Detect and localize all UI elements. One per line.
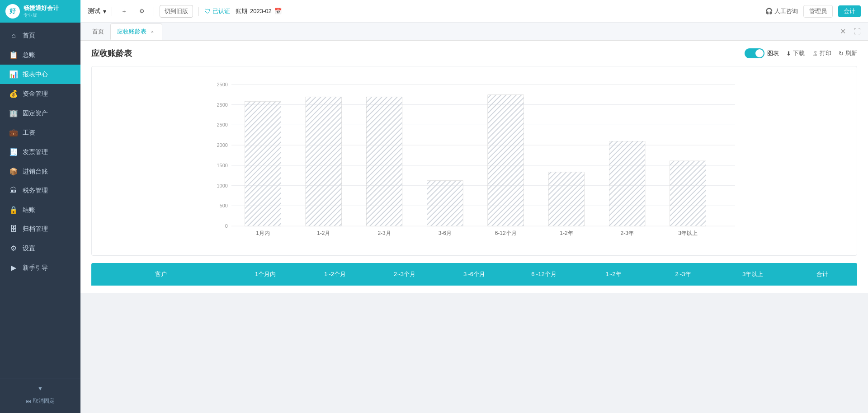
sidebar-item-label: 结账 [23, 206, 35, 214]
sidebar-item-home[interactable]: ⌂首页 [0, 26, 80, 45]
reports-icon: 📊 [9, 70, 18, 79]
print-icon: 🖨 [812, 50, 818, 57]
period-label: 账期 [236, 7, 247, 15]
table-header-cell: 客户 [91, 263, 231, 286]
headset-icon: 🎧 [765, 8, 773, 14]
sidebar-item-closing[interactable]: 🔒结账 [0, 200, 80, 220]
consult-button[interactable]: 🎧 人工咨询 [765, 7, 798, 15]
settings-icon[interactable]: ⚙ [136, 5, 148, 18]
sidebar-item-label: 设置 [23, 244, 35, 253]
sidebar-item-label: 工资 [23, 129, 35, 137]
svg-text:1月内: 1月内 [256, 230, 270, 236]
chevron-down-icon: ▾ [103, 8, 106, 15]
toggle-knob [755, 49, 764, 57]
chevron-down-icon: ▼ [38, 385, 43, 392]
tab-home[interactable]: 首页 [86, 24, 110, 39]
closing-icon: 🔒 [9, 206, 18, 214]
sidebar-nav: ⌂首页📋总账📊报表中心💰资金管理🏢固定资产💼工资🧾发票管理📦进销台账🏛税务管理🔒… [0, 23, 80, 379]
svg-text:2500: 2500 [217, 122, 228, 127]
calendar-icon[interactable]: 📅 [274, 8, 282, 14]
svg-text:1500: 1500 [217, 163, 228, 168]
scroll-down-btn[interactable]: ▼ [0, 384, 80, 394]
tab-aging[interactable]: 应收账龄表 × [110, 23, 162, 40]
chart-toggle[interactable] [745, 48, 764, 58]
sidebar-item-label: 首页 [23, 32, 35, 40]
sidebar-item-ledger[interactable]: 📋总账 [0, 45, 80, 65]
report-container: 应收账龄表 图表 ⬇ 下载 🖨 [80, 41, 868, 293]
table-header-cell: 3年以上 [718, 263, 788, 286]
sidebar-item-invoice[interactable]: 🧾发票管理 [0, 142, 80, 162]
svg-text:2500: 2500 [217, 102, 228, 108]
inventory-icon: 📦 [9, 167, 18, 176]
bar-1-2月 [306, 97, 342, 226]
expand-button[interactable]: ⛶ [852, 26, 863, 37]
chart-toggle-area: 图表 [745, 48, 779, 58]
topbar: 测试 ▾ ＋ ⚙ 切到旧版 🛡 已认证 账期 2023-02 📅 🎧 人工咨询 … [80, 0, 868, 23]
sidebar-item-funds[interactable]: 💰资金管理 [0, 84, 80, 103]
refresh-icon: ↻ [839, 50, 844, 57]
svg-text:0: 0 [225, 223, 228, 229]
page-wrapper: 应收账龄表 图表 ⬇ 下载 🖨 [80, 41, 868, 413]
report-title: 应收账龄表 [91, 48, 132, 59]
topbar-divider-3 [198, 7, 199, 16]
download-button[interactable]: ⬇ 下载 [786, 49, 805, 57]
table-header-cell: 1~2个月 [300, 263, 370, 286]
sidebar-item-payroll[interactable]: 💼工资 [0, 123, 80, 142]
invoice-icon: 🧾 [9, 148, 18, 156]
sidebar-item-inventory[interactable]: 📦进销台账 [0, 162, 80, 181]
workspace-selector[interactable]: 测试 ▾ [88, 7, 106, 15]
sidebar-item-settings[interactable]: ⚙设置 [0, 239, 80, 258]
tabbar-actions: ✕ ⛶ [837, 26, 863, 37]
payroll-icon: 💼 [9, 128, 18, 137]
aging-tab-label: 应收账龄表 [117, 28, 146, 36]
chart-area: 2500 2500 2500 2000 1500 1000 500 0 [91, 66, 857, 256]
bar-3-6月 [427, 181, 463, 226]
settings-icon: ⚙ [9, 244, 18, 253]
home-icon: ⌂ [9, 32, 18, 40]
role-button[interactable]: 会计 [838, 5, 861, 17]
sidebar-item-label: 资金管理 [23, 90, 48, 98]
guide-icon: ▶ [9, 263, 18, 272]
svg-text:2000: 2000 [217, 142, 228, 148]
sidebar-item-reports[interactable]: 📊报表中心 [0, 65, 80, 84]
bar-chart-svg: 2500 2500 2500 2000 1500 1000 500 0 [101, 75, 848, 246]
table-header-cell: 2~3年 [648, 263, 718, 286]
workspace-name: 测试 [88, 7, 100, 15]
content-area: 首页 应收账龄表 × ✕ ⛶ 应收账龄表 [80, 23, 868, 413]
add-button[interactable]: ＋ [118, 5, 130, 18]
table-header: 客户1个月内1~2个月2~3个月3~6个月6~12个月1~2年2~3年3年以上合… [91, 263, 857, 286]
print-button[interactable]: 🖨 打印 [812, 49, 831, 57]
sidebar-item-archive[interactable]: 🗄归档管理 [0, 220, 80, 239]
bar-3年以上 [670, 161, 706, 226]
topbar-right: 🎧 人工咨询 管理员 会计 [765, 5, 861, 18]
tab-close-icon[interactable]: × [149, 28, 156, 35]
close-tab-button[interactable]: ✕ [837, 26, 848, 37]
sidebar-item-label: 新手引导 [23, 264, 48, 272]
assets-icon: 🏢 [9, 109, 18, 117]
refresh-button[interactable]: ↻ 刷新 [839, 49, 857, 57]
sidebar-item-label: 归档管理 [23, 225, 48, 233]
certified-badge: 🛡 已认证 [204, 7, 230, 15]
bar-1-2年 [548, 172, 585, 226]
period-info: 账期 2023-02 📅 [236, 7, 282, 15]
bar-2-3月 [366, 97, 402, 226]
shield-icon: 🛡 [204, 8, 211, 15]
topbar-divider-1 [112, 7, 112, 16]
main-area: 测试 ▾ ＋ ⚙ 切到旧版 🛡 已认证 账期 2023-02 📅 🎧 人工咨询 … [80, 0, 868, 413]
svg-text:500: 500 [220, 203, 228, 208]
switch-old-button[interactable]: 切到旧版 [160, 5, 193, 18]
sidebar-item-guide[interactable]: ▶新手引导 [0, 258, 80, 277]
sidebar-item-label: 进销台账 [23, 168, 48, 176]
funds-icon: 💰 [9, 89, 18, 98]
sidebar-item-label: 报表中心 [23, 70, 48, 79]
logo-text: 畅捷通好会计 专业版 [24, 4, 59, 19]
sidebar-item-assets[interactable]: 🏢固定资产 [0, 103, 80, 123]
ledger-icon: 📋 [9, 51, 18, 59]
cancel-fixed-btn[interactable]: ⏮ 取消固定 [0, 394, 80, 408]
sidebar-item-tax[interactable]: 🏛税务管理 [0, 181, 80, 200]
sidebar-bottom: ▼ ⏮ 取消固定 [0, 379, 80, 413]
manager-button[interactable]: 管理员 [803, 5, 833, 18]
svg-text:1-2年: 1-2年 [560, 230, 573, 236]
bar-1月内 [245, 102, 281, 226]
sidebar: 好 畅捷通好会计 专业版 ⌂首页📋总账📊报表中心💰资金管理🏢固定资产💼工资🧾发票… [0, 0, 80, 413]
